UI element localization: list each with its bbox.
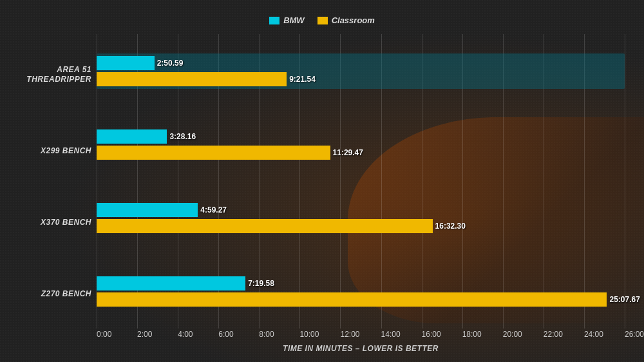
classroom-bar-wrapper: 9:21.54 <box>97 72 625 86</box>
bmw-bar-label: 7:19.58 <box>248 279 274 288</box>
bmw-bar <box>97 276 245 291</box>
bmw-bar <box>97 56 155 70</box>
x-axis-title: Time in Minutes – Lower is Better <box>97 344 625 353</box>
classroom-bar-wrapper: 16:32.30 <box>97 219 625 233</box>
bmw-bar <box>97 203 198 217</box>
y-label: Z270 Bench <box>19 289 91 298</box>
x-axis: 0:002:004:006:008:0010:0012:0014:0016:00… <box>97 330 625 353</box>
x-ticks: 0:002:004:006:008:0010:0012:0014:0016:00… <box>97 330 625 341</box>
chart-body: 2:50.599:21.543:28.1611:29.474:59.2716:3… <box>97 34 625 353</box>
chart-area: Area 51ThreadripperX299 BenchX370 BenchZ… <box>19 34 625 353</box>
classroom-bar <box>97 72 287 86</box>
legend-label-classroom: Classroom <box>332 15 375 25</box>
legend-item-classroom: Classroom <box>317 15 375 25</box>
y-label: Area 51Threadripper <box>19 65 91 84</box>
classroom-bar-wrapper: 11:29.47 <box>97 146 625 160</box>
legend-label-bmw: BMW <box>283 15 305 25</box>
bmw-bar-wrapper: 3:28.16 <box>97 129 625 144</box>
y-label: X299 Bench <box>19 146 91 155</box>
classroom-bar <box>97 219 433 233</box>
bmw-bar <box>97 129 167 144</box>
y-label: X370 Bench <box>19 218 91 227</box>
y-axis-labels: Area 51ThreadripperX299 BenchX370 BenchZ… <box>19 34 97 353</box>
legend-swatch-classroom <box>317 17 328 24</box>
bar-row: 4:59.2716:32.30 <box>97 200 625 236</box>
bmw-bar-label: 3:28.16 <box>169 132 196 141</box>
classroom-bar-label: 9:21.54 <box>289 75 316 84</box>
legend: BMWClassroom <box>19 15 625 25</box>
classroom-bar-wrapper: 25:07.67 <box>97 292 625 307</box>
bmw-bar-wrapper: 7:19.58 <box>97 276 625 291</box>
classroom-bar <box>97 292 607 307</box>
bmw-bar-wrapper: 2:50.59 <box>97 56 625 70</box>
bmw-bar-label: 2:50.59 <box>157 59 184 68</box>
classroom-bar <box>97 146 330 160</box>
classroom-bar-label: 11:29.47 <box>333 148 363 157</box>
bars-section: 2:50.599:21.543:28.1611:29.474:59.2716:3… <box>97 34 625 329</box>
legend-item-bmw: BMW <box>269 15 305 25</box>
classroom-bar-label: 25:07.67 <box>609 295 639 304</box>
bar-row: 2:50.599:21.54 <box>97 53 625 89</box>
bar-row: 7:19.5825:07.67 <box>97 274 625 309</box>
legend-swatch-bmw <box>269 17 279 24</box>
classroom-bar-label: 16:32.30 <box>435 222 466 231</box>
rows-container: 2:50.599:21.543:28.1611:29.474:59.2716:3… <box>97 34 625 329</box>
main-container: BMWClassroom Area 51ThreadripperX299 Ben… <box>0 0 644 362</box>
bmw-bar-label: 4:59.27 <box>200 205 227 214</box>
bar-row: 3:28.1611:29.47 <box>97 127 625 162</box>
grid-line <box>625 34 625 329</box>
bmw-bar-wrapper: 4:59.27 <box>97 203 625 217</box>
